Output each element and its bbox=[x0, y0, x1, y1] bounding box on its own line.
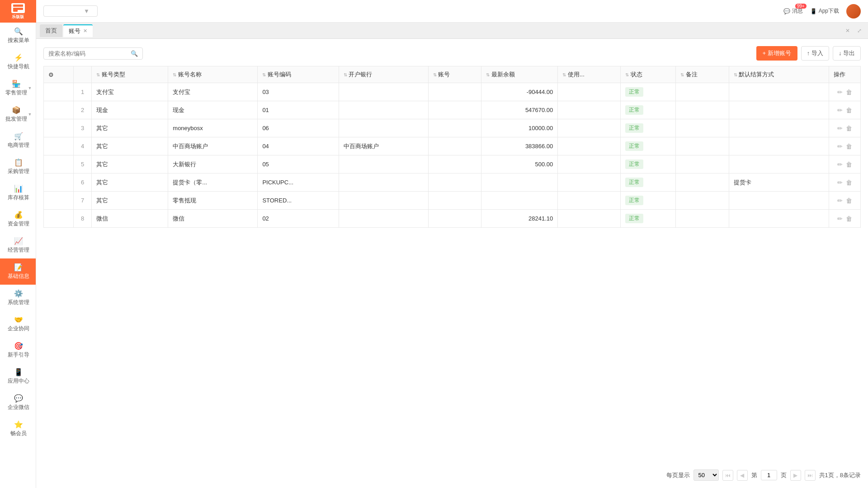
col-name[interactable]: ⇅ 账号名称 bbox=[168, 66, 258, 83]
accounts-table: ⚙ ⇅ 账号类型 ⇅ 账号名称 ⇅ 账号编码 ⇅ bbox=[43, 66, 861, 228]
delete-button[interactable]: 🗑 bbox=[845, 142, 853, 151]
sidebar-item-system[interactable]: ⚙️ 系统管理 bbox=[0, 285, 36, 311]
sidebar-item-purchase[interactable]: 📋 采购管理 bbox=[0, 154, 36, 180]
col-code[interactable]: ⇅ 账号编码 bbox=[258, 66, 339, 83]
cell-bank bbox=[339, 101, 428, 119]
window-maximize-button[interactable]: ⤢ bbox=[854, 26, 864, 36]
tab-accounts[interactable]: 账号 ✕ bbox=[63, 24, 93, 37]
sidebar-item-quick-nav[interactable]: ⚡ 快捷导航 bbox=[0, 49, 36, 75]
tab-home[interactable]: 首页 bbox=[40, 24, 62, 37]
delete-button[interactable]: 🗑 bbox=[845, 160, 853, 169]
cell-bank bbox=[339, 83, 428, 101]
cell-actions: ✏ 🗑 bbox=[829, 137, 861, 155]
page-last-button[interactable]: ⏭ bbox=[805, 470, 816, 481]
search-box[interactable]: 🔍 bbox=[43, 47, 143, 60]
user-avatar[interactable] bbox=[846, 4, 861, 19]
col-default-settlement[interactable]: ⇅ 默认结算方式 bbox=[729, 66, 829, 83]
sidebar-item-search-menu[interactable]: 🔍 搜索菜单 bbox=[0, 23, 36, 49]
sidebar-item-retail[interactable]: 🏪 零售管理 ▼ bbox=[0, 75, 36, 101]
edit-button[interactable]: ✏ bbox=[836, 160, 844, 169]
wholesale-icon: 📦 bbox=[5, 106, 27, 114]
topbar: ▼ 💬 消息 99+ 📱 App下载 bbox=[36, 0, 868, 23]
delete-button[interactable]: 🗑 bbox=[845, 124, 853, 133]
purchase-icon: 📋 bbox=[3, 158, 34, 167]
edit-button[interactable]: ✏ bbox=[836, 214, 844, 223]
ecommerce-icon: 🛒 bbox=[3, 132, 34, 141]
delete-button[interactable]: 🗑 bbox=[845, 106, 853, 115]
sidebar-item-basic-info[interactable]: 📝 基础信息 bbox=[0, 258, 36, 285]
status-badge: 正常 bbox=[625, 87, 643, 97]
cell-remark bbox=[676, 192, 729, 210]
app-center-icon: 📱 bbox=[3, 368, 34, 376]
cell-default-settlement bbox=[729, 101, 829, 119]
sidebar-item-label: 企业协同 bbox=[3, 325, 34, 333]
col-type[interactable]: ⇅ 账号类型 bbox=[92, 66, 168, 83]
col-remark[interactable]: ⇅ 备注 bbox=[676, 66, 729, 83]
delete-button[interactable]: 🗑 bbox=[845, 178, 853, 187]
delete-button[interactable]: 🗑 bbox=[845, 88, 853, 97]
sidebar-item-label: 快捷导航 bbox=[3, 63, 34, 70]
sidebar-item-wholesale[interactable]: 📦 批发管理 ▼ bbox=[0, 101, 36, 127]
page-first-button[interactable]: ⏮ bbox=[722, 470, 733, 481]
cell-usage bbox=[558, 101, 621, 119]
search-icon[interactable]: 🔍 bbox=[131, 50, 138, 57]
col-bank-sort-icon: ⇅ bbox=[344, 72, 347, 77]
sidebar-item-vip[interactable]: ⭐ 畅会员 bbox=[0, 416, 36, 442]
table-row: 7 其它 零售抵现 STORED... 正常 ✏ 🗑 bbox=[44, 192, 861, 210]
tab-close-icon[interactable]: ✕ bbox=[83, 28, 87, 34]
sidebar-item-guide[interactable]: 🎯 新手引导 bbox=[0, 337, 36, 363]
quick-nav-icon: ⚡ bbox=[3, 53, 34, 62]
col-num bbox=[74, 66, 92, 83]
sidebar-item-operations[interactable]: 📈 经营管理 bbox=[0, 232, 36, 258]
edit-button[interactable]: ✏ bbox=[836, 142, 844, 151]
edit-button[interactable]: ✏ bbox=[836, 88, 844, 97]
cell-num: 2 bbox=[74, 101, 92, 119]
cell-name: 提货卡（零... bbox=[168, 174, 258, 192]
cell-default-settlement bbox=[729, 83, 829, 101]
col-status[interactable]: ⇅ 状态 bbox=[621, 66, 676, 83]
sidebar-item-wechat-biz[interactable]: 💬 企业微信 bbox=[0, 389, 36, 416]
add-account-button[interactable]: + 新增账号 bbox=[756, 46, 797, 61]
export-button[interactable]: ↓ 导出 bbox=[833, 46, 861, 61]
col-bank[interactable]: ⇅ 开户银行 bbox=[339, 66, 428, 83]
topbar-search-box[interactable]: ▼ bbox=[43, 5, 98, 17]
table-row: 4 其它 中百商场账户 04 中百商场账户 383866.00 正常 ✏ 🗑 bbox=[44, 137, 861, 155]
tabbar: 首页 账号 ✕ ✕ ⤢ bbox=[36, 23, 868, 39]
cell-type: 微信 bbox=[92, 210, 168, 228]
tab-home-label: 首页 bbox=[45, 27, 57, 35]
edit-button[interactable]: ✏ bbox=[836, 106, 844, 115]
sidebar-item-inventory[interactable]: 📊 库存核算 bbox=[0, 180, 36, 206]
cell-usage bbox=[558, 174, 621, 192]
col-usage[interactable]: ⇅ 使用... bbox=[558, 66, 621, 83]
search-input[interactable] bbox=[48, 50, 131, 57]
import-button[interactable]: ↑ 导入 bbox=[801, 46, 829, 61]
window-close-button[interactable]: ✕ bbox=[843, 26, 853, 36]
delete-button[interactable]: 🗑 bbox=[845, 196, 853, 205]
cell-code: STORED... bbox=[258, 192, 339, 210]
cell-actions: ✏ 🗑 bbox=[829, 174, 861, 192]
sidebar-item-label: 采购管理 bbox=[3, 168, 34, 175]
page-next-button[interactable]: ▶ bbox=[790, 470, 801, 481]
app-download-button[interactable]: 📱 App下载 bbox=[810, 7, 839, 15]
cell-bank bbox=[339, 210, 428, 228]
edit-button[interactable]: ✏ bbox=[836, 178, 844, 187]
sidebar-item-label: 零售管理 bbox=[5, 89, 27, 97]
sidebar-item-finance[interactable]: 💰 资金管理 bbox=[0, 206, 36, 232]
message-button[interactable]: 💬 消息 99+ bbox=[783, 7, 803, 15]
cell-type: 现金 bbox=[92, 101, 168, 119]
sidebar-item-app-center[interactable]: 📱 应用中心 bbox=[0, 363, 36, 389]
page-prev-button[interactable]: ◀ bbox=[737, 470, 748, 481]
sidebar-item-ecommerce[interactable]: 🛒 电商管理 bbox=[0, 127, 36, 154]
sidebar-item-enterprise[interactable]: 🤝 企业协同 bbox=[0, 311, 36, 337]
col-account[interactable]: ⇅ 账号 bbox=[428, 66, 481, 83]
app-download-icon: 📱 bbox=[810, 8, 817, 14]
edit-button[interactable]: ✏ bbox=[836, 196, 844, 205]
cell-type: 其它 bbox=[92, 192, 168, 210]
per-page-select[interactable]: 50 100 200 bbox=[693, 469, 719, 481]
page-number-input[interactable] bbox=[761, 470, 777, 480]
delete-button[interactable]: 🗑 bbox=[845, 214, 853, 223]
col-balance[interactable]: ⇅ 最新余额 bbox=[481, 66, 558, 83]
edit-button[interactable]: ✏ bbox=[836, 124, 844, 133]
topbar-search-input[interactable] bbox=[47, 8, 84, 14]
col-gear[interactable]: ⚙ bbox=[44, 66, 74, 83]
